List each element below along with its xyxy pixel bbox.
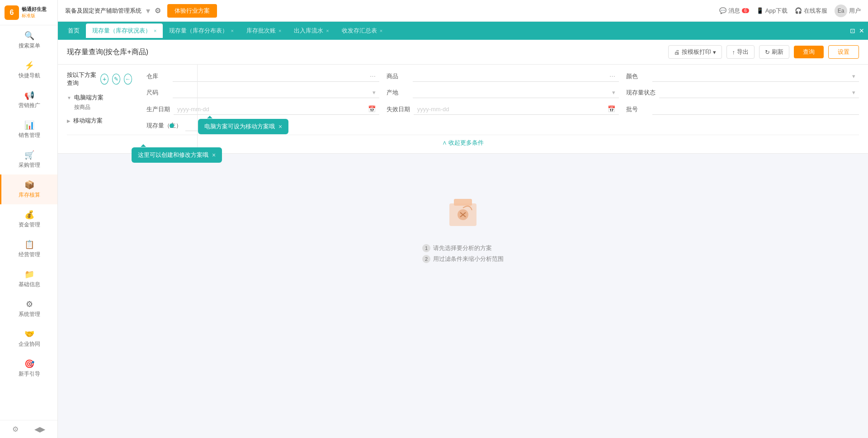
topbar: 装备及固定资产辅助管理系统 ▾ ⚙ 体验行业方案 💬 消息 6 📱 App下载 … (58, 0, 868, 22)
collapse-btn[interactable]: ∧ 收起更多条件 (442, 139, 484, 146)
calendar-icon-expiry[interactable]: 📅 (608, 105, 615, 113)
expiry-date-group: 失效日期 yyyy-mm-dd 📅 (387, 104, 619, 115)
target-icon: 🎯 (24, 359, 34, 369)
message-icon: 💬 (719, 7, 726, 14)
dropdown-arrow-icon[interactable]: ▾ (146, 6, 150, 16)
tooltip1-close[interactable]: × (278, 123, 282, 130)
print-dropdown-icon: ▾ (713, 49, 716, 56)
collapse-sidebar-icon[interactable]: ◀▶ (34, 425, 45, 433)
gear-icon: ⚙ (26, 299, 33, 309)
handshake-icon: 🤝 (24, 329, 34, 339)
filter-area: 电脑方案可设为移动方案哦 × 这里可以创建和修改方案哦 × 按以下方案查询 + … (58, 65, 868, 154)
sidebar-item-quicknav[interactable]: ⚡ 快捷导航 (0, 55, 57, 85)
production-date-input[interactable]: yyyy-mm-dd 📅 (174, 104, 379, 115)
logo: 6 畅通好生意 标准版 (0, 0, 57, 25)
batch-no-group: 批号 (626, 104, 859, 115)
tab-home[interactable]: 首页 (61, 24, 86, 38)
tooltip-desktop-scheme: 电脑方案可设为移动方案哦 × (198, 119, 288, 134)
export-icon: ↑ (732, 49, 736, 56)
tabs-close-all-icon[interactable]: ✕ (859, 27, 864, 34)
tabs-maximize-icon[interactable]: ⊡ (850, 27, 855, 34)
chevron-up-icon: ∧ (442, 139, 447, 146)
sidebar-item-finance[interactable]: 💰 资金管理 (0, 204, 57, 234)
filter-row-1: 仓库 ⋯ 商品 ⋯ (146, 71, 859, 82)
folder-icon: 📁 (24, 269, 34, 279)
industry-btn[interactable]: 体验行业方案 (167, 4, 217, 18)
sidebar-item-purchase[interactable]: 🛒 采购管理 (0, 145, 57, 174)
tab-close-stock-dist[interactable]: × (231, 28, 233, 33)
logo-text: 畅通好生意 标准版 (22, 6, 47, 19)
tab-summary[interactable]: 收发存汇总表 × (335, 24, 389, 38)
scheme-mobile[interactable]: ▶ 移动端方案 (67, 116, 132, 126)
sidebar-item-cooperation[interactable]: 🤝 企业协同 (0, 324, 57, 353)
scheme-sub-item[interactable]: 按商品 (74, 103, 132, 112)
empty-tips: 1 请先选择要分析的方案 2 用过滤条件来缩小分析范围 (422, 244, 504, 266)
empty-state: 1 请先选择要分析的方案 2 用过滤条件来缩小分析范围 (58, 154, 868, 302)
calendar-icon-production[interactable]: 📅 (368, 105, 376, 113)
sidebar-item-inventory[interactable]: 📦 库存核算 (0, 174, 57, 204)
refresh-btn[interactable]: ↻ 刷新 (759, 45, 789, 59)
message-item[interactable]: 💬 消息 6 (719, 7, 749, 15)
origin-select[interactable]: ▾ (413, 87, 619, 98)
goods-select[interactable]: ⋯ (413, 71, 619, 82)
sidebar-item-guide[interactable]: 🎯 新手引导 (0, 353, 57, 383)
scheme-panel: 按以下方案查询 + ✎ ← ▼ 电脑端方案 按商品 (67, 71, 139, 131)
batch-no-input[interactable] (652, 104, 859, 115)
sidebar-item-system[interactable]: ⚙ 系统管理 (0, 294, 57, 324)
settings-bottom-icon[interactable]: ⚙ (12, 425, 19, 433)
tab-batch[interactable]: 库存批次账 × (240, 24, 288, 38)
warehouse-group: 仓库 ⋯ (146, 71, 379, 82)
size-select[interactable]: ▾ (173, 87, 379, 98)
tab-close-summary[interactable]: × (380, 28, 382, 33)
stock-status-group: 现存量状态 ▾ (626, 87, 859, 98)
user-item[interactable]: Ea 用户 (835, 5, 861, 17)
sidebar-item-search[interactable]: 🔍 搜索菜单 (0, 25, 57, 55)
status-chevron-icon: ▾ (852, 89, 855, 96)
warehouse-select[interactable]: ⋯ (173, 71, 379, 82)
settings-btn[interactable]: 设置 (828, 45, 859, 59)
add-scheme-btn[interactable]: + (100, 74, 108, 85)
topbar-left: 装备及固定资产辅助管理系统 ▾ ⚙ 体验行业方案 (65, 4, 217, 18)
color-group: 颜色 ▾ (626, 71, 859, 82)
tab-close-inout[interactable]: × (326, 28, 329, 33)
tab-stock-dist[interactable]: 现存量（库存分布表） × (163, 24, 240, 38)
tab-inout[interactable]: 出入库流水 × (288, 24, 335, 38)
print-icon: 🖨 (674, 49, 680, 56)
expiry-date-input[interactable]: yyyy-mm-dd 📅 (414, 104, 619, 115)
scheme-desktop[interactable]: ▼ 电脑端方案 (67, 93, 132, 103)
color-select[interactable]: ▾ (652, 71, 859, 82)
goods-group: 商品 ⋯ (387, 71, 619, 82)
svg-rect-1 (454, 199, 472, 206)
content-area: 现存量查询(按仓库+商品) 🖨 按模板打印 ▾ ↑ 导出 ↻ 刷新 查询 设置 (58, 40, 868, 438)
online-support-item[interactable]: 🎧 在线客服 (795, 7, 827, 15)
app-download-item[interactable]: 📱 App下载 (756, 7, 788, 15)
sidebar-item-basic-info[interactable]: 📁 基础信息 (0, 264, 57, 294)
tabs-actions: ⊡ ✕ (850, 27, 864, 34)
cart-icon: 🛒 (24, 150, 34, 160)
sidebar-item-operations[interactable]: 📋 经营管理 (0, 234, 57, 264)
topbar-right: 💬 消息 6 📱 App下载 🎧 在线客服 Ea 用户 (719, 5, 861, 17)
size-group: 尺码 ▾ (146, 87, 379, 98)
tab-close-batch[interactable]: × (278, 28, 281, 33)
sidebar-bottom: ⚙ ◀▶ (0, 420, 57, 438)
filter-toolbar: 按以下方案查询 + ✎ ← (67, 71, 132, 87)
origin-chevron-icon: ▾ (612, 89, 615, 96)
tab-close-stock-status[interactable]: × (154, 28, 156, 33)
color-chevron-icon: ▾ (852, 73, 855, 80)
arrow-scheme-btn[interactable]: ← (124, 74, 132, 85)
page-header: 现存量查询(按仓库+商品) 🖨 按模板打印 ▾ ↑ 导出 ↻ 刷新 查询 设置 (58, 40, 868, 65)
size-chevron-icon: ▾ (373, 89, 376, 96)
print-btn[interactable]: 🖨 按模板打印 ▾ (668, 45, 722, 59)
topbar-settings-icon[interactable]: ⚙ (155, 6, 161, 15)
sidebar-item-marketing[interactable]: 📢 营销推广 (0, 85, 57, 115)
dot-connector (170, 123, 174, 128)
vertical-divider (197, 65, 198, 153)
tooltip2-close[interactable]: × (212, 151, 216, 159)
stock-status-select[interactable]: ▾ (659, 87, 859, 98)
export-btn[interactable]: ↑ 导出 (726, 45, 755, 59)
filter-row-3: 生产日期 yyyy-mm-dd 📅 失效日期 yyyy-mm-dd 📅 (146, 104, 859, 115)
edit-scheme-btn[interactable]: ✎ (112, 74, 120, 85)
query-btn[interactable]: 查询 (794, 46, 824, 58)
sidebar-item-sales[interactable]: 📊 销售管理 (0, 115, 57, 145)
tab-stock-status[interactable]: 现存量（库存状况表） × (86, 24, 163, 38)
